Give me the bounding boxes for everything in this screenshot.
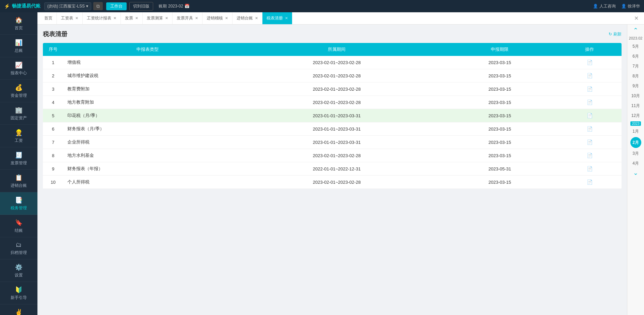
- cell-action[interactable]: 📄: [558, 122, 622, 136]
- tab-wages[interactable]: 工资表 ✕: [57, 12, 83, 25]
- cal-month-8[interactable]: 8月: [629, 72, 643, 81]
- tab-invoice-open[interactable]: 发票开具 ✕: [173, 12, 203, 25]
- cell-type: 个人所得税: [63, 176, 231, 189]
- tab-wages-close[interactable]: ✕: [75, 16, 78, 20]
- sidebar-item-invoice[interactable]: 🧾 发票管理: [0, 147, 37, 170]
- workbench-button[interactable]: 工作台: [106, 2, 127, 10]
- tab-purchase-ledger[interactable]: 进销台账 ✕: [232, 12, 262, 25]
- cell-deadline: 2023-03-15: [442, 96, 558, 109]
- member-icon: ✌: [15, 309, 22, 315]
- user-profile-button[interactable]: 👤 徐泽华: [621, 3, 640, 9]
- sidebar-item-settings[interactable]: ⚙️ 设置: [0, 259, 37, 282]
- cell-deadline: 2023-03-15: [442, 176, 558, 189]
- tab-wages-stat-close[interactable]: ✕: [113, 16, 116, 20]
- table-row: 3 教育费附加 2023-02-01~2023-02-28 2023-03-15…: [43, 82, 622, 96]
- action-icon[interactable]: 📄: [587, 153, 593, 158]
- sidebar-label-wages: 工资: [15, 138, 23, 144]
- cell-action[interactable]: 📄: [558, 69, 622, 82]
- switch-button[interactable]: 切到旧版: [129, 2, 153, 11]
- action-icon[interactable]: 📄: [587, 166, 593, 171]
- tab-purchase-ledger-close[interactable]: ✕: [255, 16, 258, 20]
- cell-no: 10: [43, 176, 63, 189]
- action-icon[interactable]: 📄: [587, 73, 593, 78]
- cal-month-9[interactable]: 9月: [629, 81, 643, 91]
- table-row: 6 财务报表（月/季） 2023-01-01~2023-03-31 2023-0…: [43, 122, 622, 136]
- sidebar-item-archive[interactable]: 🗂 归档管理: [0, 237, 37, 259]
- tab-home[interactable]: 首页: [40, 12, 57, 25]
- sidebar-item-report[interactable]: 📈 报表中心: [0, 57, 37, 80]
- calendar-nav-down[interactable]: ⌄: [633, 168, 638, 177]
- sidebar-item-guide[interactable]: 🔰 新手引导: [0, 282, 37, 304]
- close-all-button[interactable]: ✕: [631, 15, 641, 21]
- cell-deadline: 2023-05-31: [442, 162, 558, 176]
- ledger-icon: 📊: [15, 39, 22, 46]
- cell-action[interactable]: 📄: [558, 82, 622, 96]
- sidebar-label-home: 首页: [15, 25, 23, 31]
- sidebar-label-invoice: 发票管理: [11, 160, 27, 166]
- calendar-nav-up[interactable]: ⌃: [633, 26, 638, 35]
- cal-month-1[interactable]: 1月: [629, 127, 643, 136]
- tab-purchase-check-close[interactable]: ✕: [225, 16, 228, 20]
- sidebar-item-tax[interactable]: 📑 税务管理: [0, 192, 37, 215]
- cell-period: 2023-02-01~2023-02-28: [231, 176, 442, 189]
- tab-invoice-open-label: 发票开具: [177, 15, 193, 21]
- sidebar-item-member[interactable]: ✌ 畅会员: [0, 304, 37, 315]
- action-icon[interactable]: 📄: [587, 179, 593, 185]
- sidebar-item-fund[interactable]: 💰 资金管理: [0, 80, 37, 102]
- action-icon[interactable]: 📄: [587, 86, 593, 92]
- action-icon[interactable]: 📄: [587, 100, 593, 105]
- calendar-icon[interactable]: 📅: [184, 4, 190, 9]
- table-row: 8 地方水利基金 2023-02-01~2023-02-28 2023-03-1…: [43, 149, 622, 162]
- action-icon[interactable]: 📄: [587, 126, 593, 132]
- tab-invoice-calc[interactable]: 发票测算 ✕: [143, 12, 173, 25]
- action-icon[interactable]: 📄: [587, 139, 593, 145]
- sidebar-item-home[interactable]: 🏠 首页: [0, 12, 37, 35]
- invoice-icon: 🧾: [15, 151, 22, 159]
- wages-icon: 👷: [15, 129, 22, 136]
- sidebar-item-settle[interactable]: 🔖 结账: [0, 215, 37, 237]
- cal-month-5[interactable]: 5月: [629, 42, 643, 51]
- cal-month-3[interactable]: 3月: [629, 149, 643, 158]
- sidebar-item-purchase[interactable]: 📋 进销台账: [0, 170, 37, 192]
- action-icon[interactable]: 📄: [587, 113, 593, 118]
- ai-consult-label: 人工咨询: [599, 3, 616, 9]
- tab-tax-list[interactable]: 税表清册 ✕: [262, 12, 292, 25]
- cell-action[interactable]: 📄: [558, 96, 622, 109]
- cal-month-11[interactable]: 11月: [629, 101, 643, 110]
- cell-action[interactable]: 📄: [558, 149, 622, 162]
- cal-month-6[interactable]: 6月: [629, 52, 643, 61]
- sidebar-item-wages[interactable]: 👷 工资: [0, 125, 37, 147]
- guide-icon: 🔰: [15, 286, 22, 294]
- cell-action[interactable]: 📄: [558, 162, 622, 176]
- main-layout: 🏠 首页 📊 总账 📈 报表中心 💰 资金管理 🏢 固定资产 👷 工资 🧾 发票…: [0, 12, 644, 315]
- cell-action[interactable]: 📄: [558, 56, 622, 69]
- table-row: 4 地方教育附加 2023-02-01~2023-02-28 2023-03-1…: [43, 96, 622, 109]
- cell-action[interactable]: 📄: [558, 109, 622, 122]
- refresh-button[interactable]: ↻ 刷新: [609, 31, 622, 37]
- tab-invoice-close[interactable]: ✕: [135, 16, 138, 20]
- cell-no: 2: [43, 69, 63, 82]
- cal-month-12[interactable]: 12月: [629, 111, 643, 120]
- company-selector[interactable]: (勿动) 江西服宝-LSS ▾: [44, 2, 91, 10]
- cell-type: 地方水利基金: [63, 149, 231, 162]
- tab-invoice[interactable]: 发票 ✕: [121, 12, 143, 25]
- tab-invoice-calc-close[interactable]: ✕: [165, 16, 168, 20]
- col-period: 所属期间: [231, 43, 442, 56]
- action-icon[interactable]: 📄: [587, 60, 593, 65]
- cal-month-4[interactable]: 4月: [629, 159, 643, 168]
- period-label: 账期: [159, 3, 167, 9]
- cal-month-7[interactable]: 7月: [629, 62, 643, 71]
- cell-deadline: 2023-03-15: [442, 122, 558, 136]
- cal-month-10[interactable]: 10月: [629, 91, 643, 101]
- cal-month-2-active[interactable]: 2月: [630, 137, 641, 148]
- sidebar-item-ledger[interactable]: 📊 总账: [0, 35, 37, 57]
- ai-consult-button[interactable]: 👤 人工咨询: [593, 3, 616, 9]
- copy-icon[interactable]: ⧉: [93, 2, 103, 10]
- tab-invoice-open-close[interactable]: ✕: [195, 16, 198, 20]
- tab-purchase-check[interactable]: 进销稽核 ✕: [203, 12, 232, 25]
- tab-wages-stat[interactable]: 工资统计报表 ✕: [83, 12, 121, 25]
- tab-tax-list-close[interactable]: ✕: [285, 16, 288, 20]
- cell-action[interactable]: 📄: [558, 176, 622, 189]
- sidebar-item-fixed[interactable]: 🏢 固定资产: [0, 102, 37, 125]
- cell-action[interactable]: 📄: [558, 136, 622, 149]
